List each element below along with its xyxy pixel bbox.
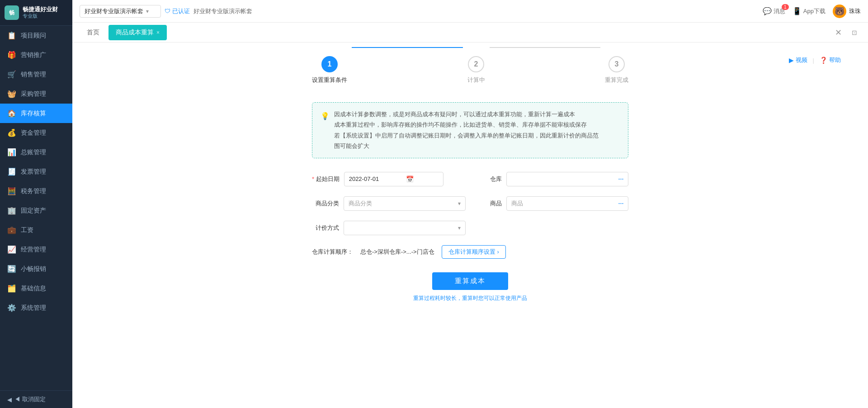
sidebar: 畅 畅捷通好业财 专业版 📋 项目顾问 🎁 营销推广 🛒 销售管理 🧺 采购管理… <box>0 0 72 408</box>
app-download-button[interactable]: 📱 App下载 <box>793 7 826 15</box>
pricing-chevron-icon: ▾ <box>458 225 461 231</box>
invoice-icon: 🧾 <box>7 167 16 176</box>
sidebar-item-salary[interactable]: 💼 工资 <box>0 220 72 240</box>
shield-icon: 🛡 <box>165 8 170 14</box>
account-display-name: 好业财专业版演示帐套 <box>193 7 252 15</box>
step-2: 2 计算中 <box>467 56 485 84</box>
topbar-left: 好业财专业版演示帐套 ▾ 🛡 已认证 好业财专业版演示帐套 <box>80 5 758 18</box>
sidebar-item-finance[interactable]: 💰 资金管理 <box>0 123 72 142</box>
submit-btn-label: 重算成本 <box>455 277 486 285</box>
phone-icon: 📱 <box>793 7 802 15</box>
stepper-section: 1 设置重算条件 2 计算中 <box>99 56 841 84</box>
play-icon: ▶ <box>789 57 794 64</box>
sidebar-item-label: 总账管理 <box>21 148 46 157</box>
assets-icon: 🏢 <box>7 206 16 215</box>
info-line-1: 因成本计算参数调整，或是对商品成本有疑问时，可以通过成本重算功能，重新计算一遍成… <box>334 109 599 119</box>
submit-hint: 重算过程耗时较长，重算时您可以正常使用产品 <box>312 294 628 302</box>
sidebar-item-inventory[interactable]: 🏠 库存核算 <box>0 104 72 123</box>
sidebar-item-expense[interactable]: 🔄 小畅报销 <box>0 259 72 279</box>
sidebar-item-purchase[interactable]: 🧺 采购管理 <box>0 84 72 104</box>
goods-picker-icon[interactable]: ··· <box>618 199 623 208</box>
sidebar-pin-toggle[interactable]: ◀ ◀ 取消固定 <box>0 390 72 408</box>
topbar-right: 💬 消息 1 📱 App下载 🐻 珠珠 <box>763 5 861 18</box>
sidebar-item-label: 资金管理 <box>21 129 46 137</box>
avatar: 🐻 <box>833 5 846 18</box>
project-icon: 📋 <box>7 31 16 40</box>
question-icon: ❓ <box>820 57 827 64</box>
message-badge: 1 <box>782 4 789 10</box>
system-icon: ⚙️ <box>7 304 16 312</box>
sidebar-item-accounting[interactable]: 📊 总账管理 <box>0 142 72 162</box>
sidebar-nav: 📋 项目顾问 🎁 营销推广 🛒 销售管理 🧺 采购管理 🏠 库存核算 💰 资金管… <box>0 26 72 390</box>
start-date-value: 2022-07-01 📅 <box>344 172 443 186</box>
category-select[interactable]: 商品分类 ▾ <box>344 196 466 211</box>
account-name: 好业财专业版演示帐套 <box>85 7 143 15</box>
goods-label: 商品 <box>475 199 502 208</box>
warehouse-order-settings-button[interactable]: 仓库计算顺序设置 › <box>442 245 506 259</box>
step-1-circle: 1 <box>321 56 338 72</box>
warehouse-picker-icon[interactable]: ··· <box>618 174 623 184</box>
step-line-2-3 <box>490 47 601 48</box>
help-links: ▶ 视频 | ❓ 帮助 <box>789 56 841 64</box>
calendar-icon[interactable]: 📅 <box>406 176 414 183</box>
sidebar-item-assets[interactable]: 🏢 固定资产 <box>0 201 72 220</box>
step-2-circle: 2 <box>468 56 484 72</box>
basic-icon: 🗂️ <box>7 284 16 293</box>
pricing-select[interactable]: ▾ <box>344 221 466 235</box>
message-button[interactable]: 💬 消息 1 <box>763 7 785 15</box>
goods-input[interactable]: 商品 ··· <box>506 196 628 211</box>
video-link[interactable]: ▶ 视频 <box>789 56 807 64</box>
salary-icon: 💼 <box>7 226 16 234</box>
pricing-label: 计价方式 <box>312 224 339 232</box>
step-3: 3 重算完成 <box>605 56 628 84</box>
sidebar-item-label: 销售管理 <box>21 71 46 79</box>
form-section: 起始日期 2022-07-01 📅 仓库 ··· <box>312 172 628 302</box>
sidebar-item-label: 基础信息 <box>21 285 46 293</box>
user-profile[interactable]: 🐻 珠珠 <box>833 5 861 18</box>
form-row-2: 商品分类 商品分类 ▾ 商品 商品 ··· <box>312 196 628 211</box>
step-1-label: 设置重算条件 <box>312 76 347 84</box>
marketing-icon: 🎁 <box>7 51 16 59</box>
tab-close-icon[interactable]: × <box>156 29 160 36</box>
info-box: 💡 因成本计算参数调整，或是对商品成本有疑问时，可以通过成本重算功能，重新计算一… <box>312 102 628 158</box>
info-content: 因成本计算参数调整，或是对商品成本有疑问时，可以通过成本重算功能，重新计算一遍成… <box>334 109 599 152</box>
warehouse-order-row: 仓库计算顺序： 总仓->深圳仓库->...->门店仓 仓库计算顺序设置 › <box>312 245 628 259</box>
sidebar-item-invoice[interactable]: 🧾 发票管理 <box>0 162 72 181</box>
accounting-icon: 📊 <box>7 148 16 157</box>
form-row-1: 起始日期 2022-07-01 📅 仓库 ··· <box>312 172 628 186</box>
sidebar-item-basic[interactable]: 🗂️ 基础信息 <box>0 279 72 298</box>
tab-actions: ✕ ⊡ <box>832 26 861 39</box>
tab-home[interactable]: 首页 <box>80 25 107 40</box>
tab-cost-recalc[interactable]: 商品成本重算 × <box>108 25 167 40</box>
sidebar-subtitle: 专业版 <box>23 13 58 19</box>
pin-label: ◀ 取消固定 <box>14 395 46 403</box>
sidebar-item-operations[interactable]: 📈 经营管理 <box>0 240 72 259</box>
field-goods: 商品 商品 ··· <box>475 196 628 211</box>
tab-active-label: 商品成本重算 <box>116 28 154 37</box>
sidebar-item-label: 项目顾问 <box>21 32 46 40</box>
sidebar-logo: 畅 <box>5 5 19 20</box>
sidebar-item-label: 采购管理 <box>21 90 46 98</box>
tab-bar: 首页 商品成本重算 × ✕ ⊡ <box>72 23 868 43</box>
tab-close-window-button[interactable]: ✕ <box>832 26 844 39</box>
sidebar-item-label: 库存核算 <box>21 109 46 118</box>
video-label: 视频 <box>796 56 807 64</box>
warehouse-order-btn-label: 仓库计算顺序设置 <box>448 248 495 256</box>
warehouse-label: 仓库 <box>475 175 502 183</box>
sidebar-brand: 畅捷通好业财 专业版 <box>23 6 58 20</box>
field-pricing: 计价方式 ▾ <box>312 221 466 235</box>
step-3-label: 重算完成 <box>605 76 628 84</box>
account-selector[interactable]: 好业财专业版演示帐套 ▾ <box>80 5 161 18</box>
sidebar-item-tax[interactable]: 🧮 税务管理 <box>0 181 72 201</box>
sidebar-item-label: 工资 <box>21 226 33 234</box>
sidebar-item-marketing[interactable]: 🎁 营销推广 <box>0 45 72 65</box>
sidebar-item-label: 营销推广 <box>21 51 46 59</box>
sidebar-item-sales[interactable]: 🛒 销售管理 <box>0 65 72 84</box>
help-link[interactable]: ❓ 帮助 <box>820 56 841 64</box>
field-category: 商品分类 商品分类 ▾ <box>312 196 466 211</box>
tab-expand-button[interactable]: ⊡ <box>848 26 861 39</box>
sidebar-item-project[interactable]: 📋 项目顾问 <box>0 26 72 45</box>
submit-button[interactable]: 重算成本 <box>432 272 508 290</box>
sidebar-item-system[interactable]: ⚙️ 系统管理 <box>0 298 72 318</box>
warehouse-input[interactable]: ··· <box>506 172 628 186</box>
